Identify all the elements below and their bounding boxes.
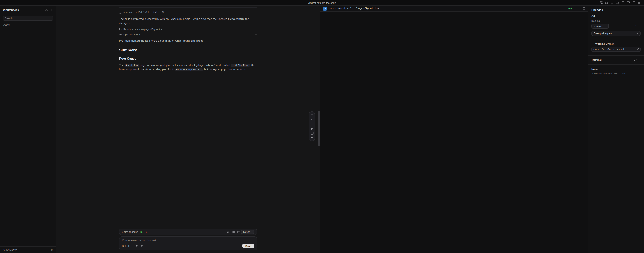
terminal-icon (119, 11, 122, 14)
git-section-label: Git (588, 14, 644, 18)
message-area[interactable]: npm run build 2>&1 | tail -80The build c… (56, 6, 320, 228)
section-label-active: Active (0, 22, 56, 27)
notes-section-label: Notes (592, 68, 598, 70)
assistant-paragraph: The build completed successfully with no… (119, 17, 257, 25)
assistant-paragraph: I've implemented the fix. Here's a summa… (119, 38, 257, 42)
tool-call-row[interactable]: npm run build 2>&1 | tail -80 (119, 11, 257, 14)
copy-icon[interactable] (310, 118, 313, 121)
pause-icon[interactable] (594, 1, 597, 4)
layout-grid-icon[interactable] (600, 1, 602, 4)
chat-panel: npm run build 2>&1 | tail -80The build c… (56, 6, 320, 253)
workspaces-sidebar: Workspaces Active View Archive 0 (0, 6, 56, 253)
chat-bottom-section: 2 files changed +61 -3 Latest Continue w… (119, 228, 257, 253)
version-selector[interactable]: Latest (241, 230, 254, 234)
diff-panel: TS /medusa/medusa/src/pages/Agent.tsx +5… (320, 6, 588, 253)
arrow-up-icon (633, 25, 635, 27)
model-selector[interactable]: Default (122, 244, 132, 247)
divider (588, 64, 644, 64)
notes-section-header[interactable]: Notes (588, 67, 644, 71)
git-compare-icon[interactable] (310, 136, 313, 140)
message-input[interactable]: Continue working on this task... (122, 239, 254, 244)
app-window: vk/3ccf-explore-the-code Workspaces Acti… (0, 0, 644, 253)
file-text-icon (119, 28, 122, 30)
edit-branch-icon[interactable] (636, 48, 639, 50)
chevron-down-icon (130, 245, 132, 247)
chevron-down-icon[interactable] (254, 33, 257, 36)
search-input[interactable] (3, 16, 53, 21)
columns-icon[interactable] (632, 1, 635, 4)
commits-ahead: 1 (633, 25, 637, 28)
notes-chevron-icon[interactable] (638, 68, 640, 70)
diff-content[interactable] (320, 12, 588, 253)
expand-terminal-icon[interactable] (634, 58, 637, 61)
send-button[interactable]: Send (242, 244, 254, 248)
composer: Continue working on this task... Default… (119, 236, 257, 250)
sidebar-header: Workspaces (0, 6, 56, 13)
split-view-icon[interactable] (582, 7, 585, 10)
panel-left-icon[interactable] (605, 1, 608, 4)
panel-bottom-icon[interactable] (610, 1, 614, 4)
drag-handle-icon[interactable] (310, 113, 313, 116)
checklist-icon (119, 33, 122, 36)
model-label: Default (122, 244, 130, 247)
tool-call-row[interactable]: Read medusa/src/pages/Agent.tsx (119, 28, 257, 30)
inline-code: ~/.medusa/pending/ (175, 68, 202, 71)
titlebar: vk/3ccf-explore-the-code (0, 0, 644, 6)
branch-row: master 1 (588, 23, 644, 29)
plus-icon[interactable] (50, 9, 53, 12)
changes-panel-title: Changes (588, 8, 644, 14)
composer-toolbar: Default Send (122, 244, 254, 248)
branch-sync-icon (592, 42, 594, 45)
working-branch-input[interactable]: vk/3ccf-explore-the-code (592, 47, 640, 52)
menu-icon[interactable] (638, 1, 640, 4)
inline-code: Agent.tsx (124, 64, 139, 67)
view-archive-link[interactable]: View Archive (4, 248, 17, 251)
new-terminal-icon[interactable] (638, 58, 640, 61)
branch-selector[interactable]: master (592, 24, 609, 28)
window-controls (594, 1, 644, 4)
sliders-icon[interactable] (46, 9, 48, 12)
more-options-icon[interactable] (638, 25, 640, 28)
typescript-file-icon: TS (323, 6, 327, 10)
diff-stats: +59 -1 (568, 7, 576, 10)
additions-count: +61 (140, 230, 144, 233)
ahead-count: 1 (635, 25, 636, 28)
pr-button-label: Open pull request (594, 32, 612, 35)
tool-call-row[interactable]: Updated Todos (119, 33, 257, 36)
edit-icon[interactable] (141, 244, 144, 247)
attach-icon[interactable] (135, 244, 138, 247)
columns-icon[interactable] (232, 230, 235, 233)
changes-bar-icons (227, 230, 240, 233)
display-icon[interactable] (310, 132, 313, 135)
clipped-message-block (119, 7, 257, 8)
deletions-count: -3 (145, 230, 148, 233)
archive-count: 0 (51, 248, 52, 251)
expand-all-icon[interactable] (578, 7, 580, 10)
eye-icon[interactable] (227, 230, 230, 233)
working-branch-header: Working Branch (588, 42, 644, 46)
main-layout: Workspaces Active View Archive 0 npm run… (0, 6, 644, 253)
terminal-section-label: Terminal (592, 58, 602, 61)
divider (588, 39, 644, 39)
panel-right-icon[interactable] (616, 1, 619, 4)
sidebar-title: Workspaces (3, 8, 19, 12)
notes-placeholder[interactable]: Add notes about this workspace... (588, 71, 644, 76)
branch-name: master (596, 25, 604, 28)
version-label: Latest (243, 230, 250, 233)
inline-code: ExitPlanMode (231, 64, 250, 67)
clipboard-icon[interactable] (310, 122, 313, 125)
diff-file-path: /medusa/medusa/src/pages/Agent.tsx (328, 7, 379, 10)
section-heading: Root Cause (119, 56, 257, 60)
sidebar-footer: View Archive 0 (0, 246, 56, 253)
play-icon[interactable] (310, 127, 313, 130)
chat-icon[interactable] (621, 1, 624, 4)
refresh-icon[interactable] (237, 230, 240, 233)
files-changed-label: 2 files changed (122, 230, 138, 233)
display-icon[interactable] (627, 1, 630, 4)
chat-scrollbar-thumb[interactable] (318, 111, 319, 146)
repo-name: medusa (588, 18, 644, 23)
tool-call-label: npm run build 2>&1 | tail -80 (123, 12, 164, 14)
terminal-section-header[interactable]: Terminal (588, 58, 644, 62)
working-branch-label: Working Branch (595, 42, 614, 45)
open-pull-request-button[interactable]: Open pull request (592, 31, 640, 36)
